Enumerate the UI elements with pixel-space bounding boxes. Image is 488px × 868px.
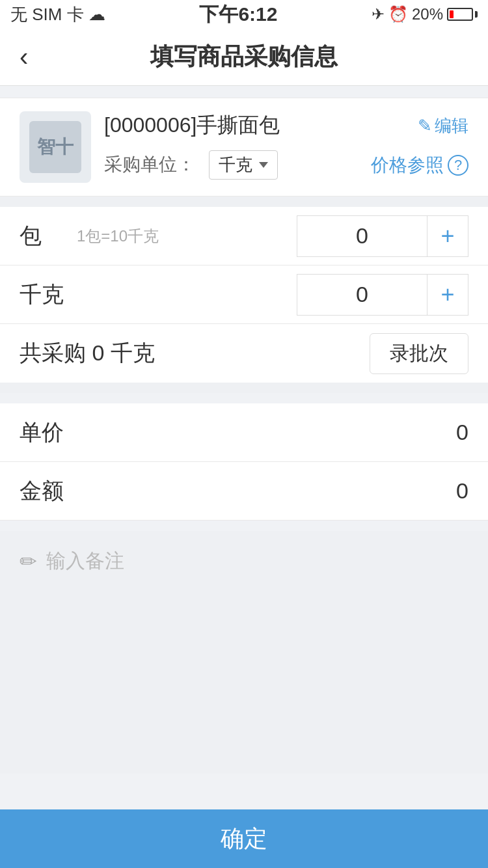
amount-label: 金额 bbox=[20, 476, 64, 506]
unit-price-label: 单价 bbox=[20, 418, 64, 448]
purchase-unit-row: 采购单位： 千克 价格参照 ? bbox=[104, 150, 468, 180]
edit-button[interactable]: ✎ 编辑 bbox=[418, 115, 468, 137]
unit-price-value: 0 bbox=[456, 420, 468, 445]
divider-1 bbox=[0, 197, 488, 207]
sim-label: 无 SIM 卡 ☁ bbox=[10, 3, 105, 26]
product-name: [0000006]手撕面包 bbox=[104, 111, 280, 140]
location-icon: ✈ bbox=[372, 5, 385, 23]
product-card: 智十 [0000006]手撕面包 ✎ 编辑 采购单位： 千克 价格参照 ? bbox=[0, 98, 488, 197]
product-image: 智十 bbox=[20, 111, 91, 183]
batch-button[interactable]: 录批次 bbox=[370, 333, 468, 374]
unit-select[interactable]: 千克 bbox=[209, 150, 278, 180]
package-label: 包 bbox=[20, 221, 72, 251]
edit-icon: ✎ bbox=[418, 116, 432, 136]
unit-price-row: 单价 0 bbox=[0, 403, 488, 462]
status-time: 下午6:12 bbox=[199, 1, 277, 28]
status-left: 无 SIM 卡 ☁ bbox=[10, 3, 105, 26]
confirm-button[interactable]: 确定 bbox=[0, 809, 488, 868]
amount-value: 0 bbox=[456, 478, 468, 504]
amount-row: 金额 0 bbox=[0, 462, 488, 521]
input-section: 包 1包=10千克 + 千克 + bbox=[0, 207, 488, 324]
price-ref-button[interactable]: 价格参照 ? bbox=[371, 153, 468, 178]
package-plus-button[interactable]: + bbox=[427, 215, 468, 257]
note-section[interactable]: ✏ 输入备注 bbox=[0, 531, 488, 591]
nav-bar: ‹ 填写商品采购信息 bbox=[0, 29, 488, 86]
question-icon: ? bbox=[448, 155, 468, 176]
alarm-icon: ⏰ bbox=[388, 5, 408, 23]
battery-percent: 20% bbox=[412, 5, 443, 23]
product-info: [0000006]手撕面包 ✎ 编辑 采购单位： 千克 价格参照 ? bbox=[104, 111, 468, 180]
product-logo: 智十 bbox=[29, 121, 81, 173]
note-placeholder: 输入备注 bbox=[46, 548, 124, 575]
back-button[interactable]: ‹ bbox=[20, 42, 41, 72]
status-right: ✈ ⏰ 20% bbox=[372, 5, 478, 23]
pencil-icon: ✏ bbox=[20, 549, 37, 574]
product-name-row: [0000006]手撕面包 ✎ 编辑 bbox=[104, 111, 468, 140]
content-spacer bbox=[0, 591, 488, 774]
battery-icon bbox=[447, 8, 478, 21]
kilogram-input[interactable] bbox=[297, 274, 427, 316]
summary-row: 共采购 0 千克 录批次 bbox=[0, 324, 488, 383]
status-bar: 无 SIM 卡 ☁ 下午6:12 ✈ ⏰ 20% bbox=[0, 0, 488, 29]
purchase-unit-left: 采购单位： 千克 bbox=[104, 150, 278, 180]
info-section: 单价 0 金额 0 bbox=[0, 403, 488, 521]
package-control: + bbox=[297, 215, 468, 257]
kilogram-row: 千克 + bbox=[0, 265, 488, 324]
confirm-label: 确定 bbox=[221, 823, 267, 855]
kilogram-label: 千克 bbox=[20, 280, 72, 310]
purchase-unit-label: 采购单位： bbox=[104, 154, 195, 174]
page-title: 填写商品采购信息 bbox=[150, 41, 338, 73]
chevron-down-icon bbox=[259, 162, 268, 168]
kilogram-control: + bbox=[297, 274, 468, 316]
kilogram-plus-button[interactable]: + bbox=[427, 274, 468, 316]
package-row: 包 1包=10千克 + bbox=[0, 207, 488, 265]
package-input[interactable] bbox=[297, 215, 427, 257]
divider-2 bbox=[0, 383, 488, 393]
summary-text: 共采购 0 千克 bbox=[20, 338, 155, 368]
package-sublabel: 1包=10千克 bbox=[77, 226, 297, 247]
